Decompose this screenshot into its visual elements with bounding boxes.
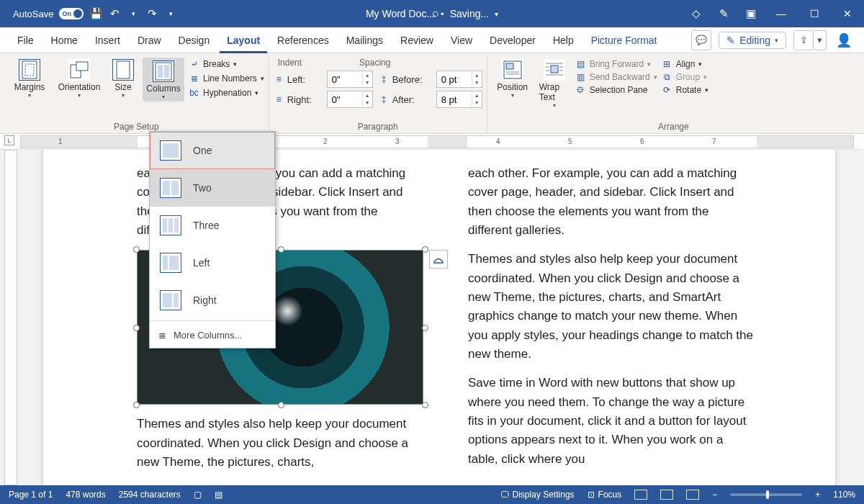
zoom-level[interactable]: 110%: [833, 490, 855, 500]
bring-forward-button[interactable]: ▤Bring Forward ▾: [575, 59, 657, 69]
tab-review[interactable]: Review: [393, 27, 441, 53]
send-backward-button[interactable]: ▥Send Backward ▾: [575, 72, 657, 82]
horizontal-ruler[interactable]: 1 2 3 4 5 6 7: [20, 135, 854, 148]
tab-developer[interactable]: Developer: [482, 27, 543, 53]
layout-options-button[interactable]: [429, 250, 448, 269]
display-settings-button[interactable]: 🖵 Display Settings: [500, 490, 575, 500]
indent-left-input[interactable]: 0"▲▼: [327, 71, 373, 88]
search-icon[interactable]: ⌕: [432, 6, 439, 19]
spellcheck-icon[interactable]: ▢: [194, 490, 202, 500]
columns-more[interactable]: ≣ More Columns...: [150, 323, 275, 348]
bring-forward-icon: ▤: [575, 59, 586, 69]
tab-home[interactable]: Home: [44, 27, 85, 53]
resize-handle[interactable]: [422, 402, 428, 408]
tab-mailings[interactable]: Mailings: [339, 27, 390, 53]
resize-handle[interactable]: [133, 325, 140, 331]
paragraph[interactable]: Save time in Word with new buttons that …: [468, 374, 756, 469]
vertical-ruler[interactable]: [4, 150, 17, 485]
group-arrange: Position▾ Wrap Text▾ ▤Bring Forward ▾ ▥S…: [487, 56, 860, 133]
title-caret-icon[interactable]: ▾: [495, 10, 498, 18]
position-button[interactable]: Position▾: [492, 58, 534, 100]
accessibility-icon[interactable]: ▤: [215, 490, 222, 500]
breaks-icon: ⤶: [189, 59, 199, 69]
resize-handle[interactable]: [422, 325, 428, 331]
wand-icon[interactable]: ✎: [710, 0, 737, 27]
share-caret[interactable]: ▾: [814, 30, 827, 50]
columns-left[interactable]: Left: [150, 244, 275, 282]
tab-insert[interactable]: Insert: [88, 27, 127, 53]
spacing-before-input[interactable]: 0 pt▲▼: [436, 71, 482, 88]
tab-references[interactable]: References: [270, 27, 336, 53]
tab-design[interactable]: Design: [171, 27, 217, 53]
line-numbers-icon: ≣: [189, 73, 199, 84]
resize-handle[interactable]: [278, 402, 284, 408]
autosave-toggle[interactable]: On: [59, 8, 84, 19]
print-layout-icon[interactable]: [660, 490, 673, 500]
undo-icon[interactable]: ↶: [108, 7, 121, 20]
close-button[interactable]: ✕: [831, 0, 864, 27]
size-button[interactable]: Size▾: [108, 58, 138, 100]
zoom-out-button[interactable]: −: [712, 490, 717, 500]
resize-handle[interactable]: [133, 402, 140, 408]
tab-selector[interactable]: L: [4, 135, 14, 145]
zoom-in-button[interactable]: +: [815, 490, 820, 500]
page-count[interactable]: Page 1 of 1: [9, 490, 53, 500]
maximize-button[interactable]: ☐: [798, 0, 831, 27]
line-numbers-button[interactable]: ≣Line Numbers ▾: [189, 73, 264, 84]
selection-pane-icon: ⯐: [575, 85, 586, 95]
minimize-button[interactable]: —: [765, 0, 798, 27]
rotate-button[interactable]: ⟳Rotate ▾: [662, 85, 708, 95]
save-status: Saving...: [450, 8, 489, 19]
account-icon[interactable]: 👤: [834, 30, 854, 50]
indent-left-icon: ≡: [274, 74, 284, 84]
undo-caret-icon[interactable]: ▾: [127, 7, 140, 20]
wrap-text-button[interactable]: Wrap Text▾: [538, 58, 571, 110]
spacing-after-input[interactable]: 8 pt▲▼: [436, 91, 482, 108]
diamond-icon[interactable]: ◇: [683, 0, 710, 27]
orientation-button[interactable]: Orientation▾: [55, 58, 104, 100]
document-area: each other. For example, you can add a m…: [0, 150, 864, 485]
orientation-icon: [68, 59, 90, 81]
tab-draw[interactable]: Draw: [130, 27, 168, 53]
zoom-slider[interactable]: [730, 493, 802, 496]
focus-button[interactable]: ⊡ Focus: [588, 490, 622, 500]
columns-three[interactable]: Three: [150, 207, 275, 244]
share-button[interactable]: ⇪: [793, 30, 814, 50]
comments-button[interactable]: 💬: [691, 30, 711, 50]
read-mode-icon[interactable]: [634, 490, 647, 500]
redo-icon[interactable]: ↷: [145, 7, 158, 20]
indent-header: Indent: [278, 58, 302, 68]
paragraph[interactable]: Themes and styles also help keep your do…: [468, 250, 756, 364]
svg-rect-6: [158, 65, 163, 78]
breaks-button[interactable]: ⤶Breaks ▾: [189, 59, 264, 69]
editing-mode-button[interactable]: ✎ Editing ▾: [719, 32, 786, 49]
group-objects-button[interactable]: ⧉Group ▾: [662, 72, 708, 82]
save-icon[interactable]: 💾: [89, 7, 102, 20]
indent-right-icon: ≡: [274, 94, 284, 104]
columns-button[interactable]: Columns▾: [143, 58, 184, 102]
align-button[interactable]: ⊞Align ▾: [662, 59, 708, 69]
margins-button[interactable]: Margins▾: [9, 58, 50, 100]
selection-pane-button[interactable]: ⯐Selection Pane: [575, 85, 657, 95]
tab-picture-format[interactable]: Picture Format: [584, 27, 665, 53]
indent-right-input[interactable]: 0"▲▼: [327, 91, 373, 108]
paragraph[interactable]: Themes and styles also help keep your do…: [137, 415, 425, 472]
svg-rect-3: [76, 62, 88, 71]
resize-handle[interactable]: [422, 246, 428, 253]
tab-view[interactable]: View: [444, 27, 480, 53]
tab-help[interactable]: Help: [546, 27, 581, 53]
window-icon[interactable]: ▣: [737, 0, 765, 27]
columns-right[interactable]: Right: [150, 282, 275, 319]
tab-file[interactable]: File: [10, 27, 41, 53]
word-count[interactable]: 478 words: [66, 490, 105, 500]
char-count[interactable]: 2594 characters: [119, 490, 181, 500]
columns-two[interactable]: Two: [150, 169, 275, 207]
columns-one[interactable]: One: [150, 132, 275, 169]
bullet-sep: •: [441, 9, 444, 19]
qat-customize-icon[interactable]: ▾: [164, 7, 177, 20]
tab-layout[interactable]: Layout: [220, 27, 267, 53]
two-column-icon: [160, 178, 181, 198]
paragraph[interactable]: each other. For example, you can add a m…: [468, 164, 756, 240]
web-layout-icon[interactable]: [686, 490, 699, 500]
hyphenation-button[interactable]: bcHyphenation ▾: [189, 88, 264, 98]
